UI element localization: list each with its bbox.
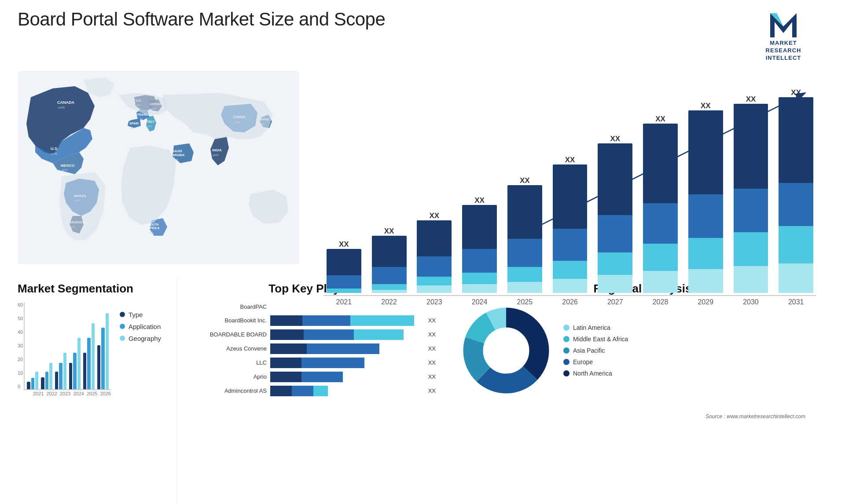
legend-type: Type — [120, 311, 161, 318]
bar-col-2022: XX — [369, 227, 410, 293]
world-map: CANADA xx% U.S. xx% MEXICO xx% BRAZIL xx… — [18, 71, 299, 264]
svg-text:ARABIA: ARABIA — [173, 153, 184, 157]
player-val-aprio: XX — [428, 373, 436, 380]
y-label-10: 10 — [18, 370, 23, 376]
latin-america-color — [563, 325, 569, 331]
player-name-admincontrol: Admincontrol AS — [190, 387, 267, 394]
regional-section: Regional Analysis — [449, 278, 836, 504]
trend-arrow — [519, 80, 819, 247]
page-title: Board Portal Software Market Size and Sc… — [18, 9, 385, 30]
year-2028: 2028 — [640, 298, 681, 306]
latin-america-label: Latin America — [573, 324, 610, 331]
seg-group-2022 — [41, 363, 52, 389]
svg-text:xx%: xx% — [62, 168, 67, 172]
svg-text:xx%: xx% — [51, 152, 57, 156]
donut-chart — [458, 302, 555, 399]
year-2029: 2029 — [685, 298, 726, 306]
type-dot — [120, 312, 125, 317]
player-val-admincontrol: XX — [428, 387, 436, 394]
application-dot — [120, 324, 125, 329]
regional-legend: Latin America Middle East & Africa Asia … — [563, 324, 628, 377]
north-america-color — [563, 370, 569, 376]
svg-text:xx%: xx% — [130, 127, 135, 129]
europe-color — [563, 359, 569, 365]
y-label-30: 30 — [18, 343, 23, 348]
bar-col-2024: XX — [459, 196, 500, 293]
seg-group-2024 — [69, 338, 81, 389]
year-2027: 2027 — [595, 298, 636, 306]
y-label-60: 60 — [18, 302, 23, 307]
logo-line2: RESEARCH — [766, 47, 801, 55]
year-2030: 2030 — [731, 298, 772, 306]
seg-group-2023 — [55, 353, 66, 389]
player-boardbookit: BoardBookit Inc. XX — [190, 315, 436, 326]
svg-text:SPAIN: SPAIN — [129, 122, 139, 125]
player-bar-azeus — [270, 343, 422, 354]
seg-x-2026: 2026 — [100, 391, 110, 396]
svg-line-36 — [533, 93, 805, 229]
seg-group-2021 — [27, 372, 38, 389]
logo: MARKET RESEARCH INTELLECT — [739, 9, 827, 62]
middle-east-color — [563, 336, 569, 342]
y-label-0: 0 — [18, 384, 23, 389]
seg-x-2023: 2023 — [60, 391, 70, 396]
player-val-boardbookit: XX — [428, 317, 436, 324]
seg-x-2021: 2021 — [33, 391, 44, 396]
svg-text:AFRICA: AFRICA — [148, 226, 159, 230]
player-bar-boardbookit — [270, 315, 422, 326]
seg-group-2026 — [97, 313, 109, 389]
player-val-boardable: XX — [428, 331, 436, 338]
seg-x-2024: 2024 — [73, 391, 84, 396]
segmentation-title: Market Segmentation — [18, 282, 167, 296]
player-name-boardable: BOARDABLE BOARD — [190, 331, 267, 338]
legend-application: Application — [120, 323, 161, 330]
legend-geography: Geography — [120, 335, 161, 342]
player-name-aprio: Aprio — [190, 373, 267, 380]
svg-text:xx%: xx% — [213, 153, 218, 157]
seg-group-2025 — [83, 323, 95, 389]
svg-text:INDIA: INDIA — [212, 148, 222, 152]
europe-label: Europe — [573, 358, 593, 365]
player-bar-admincontrol — [270, 386, 422, 396]
year-2031: 2031 — [775, 298, 816, 306]
player-boardable: BOARDABLE BOARD XX — [190, 329, 436, 340]
logo-line1: MARKET — [770, 40, 797, 47]
player-val-llc: XX — [428, 359, 436, 366]
source-text: Source : www.marketresearchintellect.com — [705, 413, 823, 422]
y-label-20: 20 — [18, 357, 23, 362]
players-section: Top Key Players BoardPAC BoardBookit Inc… — [176, 278, 449, 504]
player-llc: LLC XX — [190, 358, 436, 368]
svg-point-42 — [483, 328, 529, 373]
legend-middle-east: Middle East & Africa — [563, 336, 628, 343]
player-admincontrol: Admincontrol AS XX — [190, 386, 436, 396]
player-bar-boardpac — [270, 302, 430, 312]
geography-dot — [120, 336, 125, 341]
asia-pacific-label: Asia Pacific — [573, 347, 605, 354]
svg-text:xx%: xx% — [58, 106, 65, 110]
svg-text:ITALY: ITALY — [146, 120, 154, 123]
player-azeus: Azeus Convene XX — [190, 343, 436, 354]
bar-chart-section: XX XX XX — [308, 66, 836, 278]
y-label-40: 40 — [18, 329, 23, 335]
segmentation-section: Market Segmentation 0 10 20 30 40 50 60 — [9, 278, 176, 504]
svg-text:xx%: xx% — [149, 231, 154, 234]
logo-icon — [768, 9, 799, 40]
svg-text:SOUTH: SOUTH — [148, 223, 159, 226]
svg-text:SAUDI: SAUDI — [173, 150, 182, 153]
player-bar-boardable — [270, 329, 422, 340]
legend-europe: Europe — [563, 358, 628, 365]
player-name-boardpac: BoardPAC — [190, 303, 267, 310]
legend-asia-pacific: Asia Pacific — [563, 347, 628, 354]
svg-text:MEXICO: MEXICO — [61, 164, 75, 168]
player-val-azeus: XX — [428, 345, 436, 352]
legend-geography-label: Geography — [129, 335, 161, 342]
player-bar-llc — [270, 358, 422, 368]
y-label-50: 50 — [18, 316, 23, 321]
bar-col-2021: XX — [323, 240, 364, 293]
legend-application-label: Application — [129, 323, 161, 330]
legend-latin-america: Latin America — [563, 324, 628, 331]
legend-north-america: North America — [563, 370, 628, 377]
player-name-azeus: Azeus Convene — [190, 345, 267, 352]
middle-east-label: Middle East & Africa — [573, 336, 628, 343]
player-aprio: Aprio XX — [190, 372, 436, 382]
